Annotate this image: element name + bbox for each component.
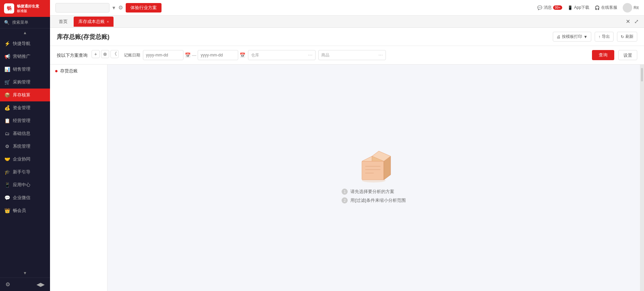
query-button[interactable]: 查询	[592, 50, 614, 60]
date-start-input[interactable]	[143, 50, 183, 60]
operations-icon: 📋	[4, 118, 10, 123]
topbar-search-area: ▼ ⚙	[55, 3, 123, 13]
filter-actions: + ⊗ 《	[92, 50, 119, 58]
search-menu-item[interactable]: 🔍 搜索菜单	[0, 17, 50, 28]
refresh-button[interactable]: ↻ 刷新	[617, 32, 637, 42]
scroll-up-arrow[interactable]: ▲	[22, 30, 28, 36]
empty-tips: 1 请先选择要分析的方案 2 用[过滤]条件来缩小分析范围	[342, 189, 405, 206]
tab-close-icon[interactable]: ×	[107, 20, 109, 24]
sidebar-item-system[interactable]: ⚙ 系统管理	[0, 140, 50, 153]
sidebar-bottom: ⚙ ◀▶	[0, 277, 50, 291]
sidebar-item-app-center[interactable]: 📱 应用中心	[0, 178, 50, 191]
topbar-right: 💬 消息 99+ 📱 App下载 🎧 在线客服 Rit	[537, 3, 639, 13]
message-item[interactable]: 💬 消息 99+	[537, 5, 562, 10]
topbar-gear-icon[interactable]: ⚙	[118, 4, 123, 11]
headset-icon: 🎧	[595, 5, 600, 10]
collapse-icon[interactable]: ◀▶	[36, 281, 45, 288]
tip-item-2: 2 用[过滤]条件来缩小分析范围	[342, 197, 405, 203]
print-button[interactable]: 🖨 按模板打印 ▼	[553, 32, 591, 42]
search-icon: 🔍	[4, 20, 9, 25]
sidebar-item-guide[interactable]: 🎓 新手引导	[0, 166, 50, 178]
base-info-icon: 🗂	[4, 131, 10, 136]
warehouse-select[interactable]: 仓库 ···	[248, 50, 316, 60]
sidebar-item-finance[interactable]: 💰 资金管理	[0, 101, 50, 114]
user-avatar-item[interactable]: Rit	[623, 3, 639, 13]
topbar: ▼ ⚙ 体验行业方案 💬 消息 99+ 📱 App下载 🎧 在线客服 Rit	[50, 0, 644, 16]
content-area: ● 存货总账	[50, 65, 644, 291]
sidebar-nav: ⚡ 快捷导航 📢 营销推广 📊 销售管理 🛒 采购管理 📦 库存核算 💰 资金管…	[0, 37, 50, 269]
sidebar-item-inventory[interactable]: 📦 库存核算	[0, 89, 50, 101]
sidebar-item-purchase[interactable]: 🛒 采购管理	[0, 76, 50, 89]
industry-solution-button[interactable]: 体验行业方案	[126, 3, 162, 13]
expand-panel-button[interactable]: ⤢	[633, 18, 640, 25]
settings-button[interactable]: 设置	[618, 50, 637, 60]
sales-icon: 📊	[4, 67, 10, 72]
right-handle[interactable]	[641, 68, 643, 81]
sidebar: 畅 畅捷通好生意 标准版 🔍 搜索菜单 ▲ ⚡ 快捷导航 📢 营销推广 📊 销售…	[0, 0, 50, 291]
calendar-end-icon[interactable]: 📅	[240, 52, 245, 58]
member-icon: 👑	[4, 208, 10, 213]
message-badge: 99+	[553, 5, 562, 10]
user-avatar	[623, 3, 632, 13]
tab-inventory-ledger[interactable]: 库存成本总账 ×	[74, 17, 114, 27]
export-button[interactable]: ↑ 导出	[595, 32, 614, 42]
page-header: 库存总账(存货总账) 🖨 按模板打印 ▼ ↑ 导出 ↻ 刷新	[50, 28, 644, 46]
online-support-item[interactable]: 🎧 在线客服	[595, 5, 617, 10]
filter-area: 按以下方案查询 + ⊗ 《 记账日期 📅 — 📅 仓库 ··· 商品 ···	[50, 46, 644, 65]
wechat-icon: 💬	[4, 195, 10, 200]
system-icon: ⚙	[4, 144, 10, 149]
tab-home[interactable]: 首页	[54, 17, 72, 27]
add-filter-button[interactable]: +	[92, 50, 100, 58]
app-center-icon: 📱	[4, 182, 10, 188]
topbar-dropdown-arrow[interactable]: ▼	[112, 5, 116, 10]
settings-icon[interactable]: ⚙	[5, 281, 10, 288]
guide-icon: 🎓	[4, 169, 10, 175]
finance-icon: 💰	[4, 105, 10, 111]
date-field-label: 记账日期	[124, 52, 140, 58]
scroll-up-area: ▲	[0, 28, 50, 37]
print-icon: 🖨	[556, 34, 561, 39]
empty-illustration	[353, 149, 394, 183]
scroll-down-area: ▼	[0, 269, 50, 277]
tip-num-1: 1	[342, 189, 348, 195]
sidebar-item-member[interactable]: 👑 畅会员	[0, 204, 50, 217]
export-icon: ↑	[598, 34, 600, 39]
calendar-start-icon[interactable]: 📅	[185, 52, 191, 58]
refresh-icon: ↻	[621, 34, 624, 39]
sidebar-item-enterprise[interactable]: 🤝 企业协同	[0, 153, 50, 166]
sidebar-item-quick-nav[interactable]: ⚡ 快捷导航	[0, 37, 50, 50]
print-dropdown-arrow[interactable]: ▼	[584, 34, 588, 39]
sidebar-item-base-info[interactable]: 🗂 基础信息	[0, 127, 50, 140]
left-panel-inventory-ledger[interactable]: ● 存货总账	[50, 65, 107, 77]
svg-rect-1	[362, 161, 384, 180]
inventory-icon: 📦	[4, 92, 10, 98]
goods-more-icon[interactable]: ···	[378, 52, 383, 58]
sidebar-item-operations[interactable]: 📋 经营管理	[0, 114, 50, 127]
app-download-item[interactable]: 📱 App下载	[568, 5, 589, 10]
date-end-input[interactable]	[198, 50, 238, 60]
warehouse-more-icon[interactable]: ···	[308, 52, 313, 58]
goods-select[interactable]: 商品 ···	[318, 50, 386, 60]
page-title: 库存总账(存货总账)	[57, 33, 109, 45]
user-name: Rit	[634, 5, 639, 10]
left-panel: ● 存货总账	[50, 65, 107, 291]
close-panel-button[interactable]: ✕	[624, 18, 631, 25]
sidebar-item-wechat[interactable]: 💬 企业微信	[0, 191, 50, 204]
collapse-filter-button[interactable]: 《	[110, 50, 119, 58]
logo-text: 畅捷通好生意 标准版	[17, 4, 39, 13]
page-header-actions: 🖨 按模板打印 ▼ ↑ 导出 ↻ 刷新	[553, 32, 637, 46]
topbar-search-input[interactable]	[55, 3, 109, 13]
empty-state: 1 请先选择要分析的方案 2 用[过滤]条件来缩小分析范围	[342, 149, 405, 206]
date-range-group: 📅 — 📅	[143, 50, 245, 60]
right-sidebar	[640, 65, 644, 291]
sidebar-item-sales[interactable]: 📊 销售管理	[0, 63, 50, 76]
inventory-ledger-icon: ●	[55, 68, 58, 74]
empty-box-svg	[353, 149, 394, 183]
remove-filter-button[interactable]: ⊗	[101, 50, 109, 58]
tip-num-2: 2	[342, 197, 348, 203]
filter-label: 按以下方案查询	[57, 50, 88, 58]
scroll-down-arrow[interactable]: ▼	[22, 270, 28, 276]
enterprise-icon: 🤝	[4, 156, 10, 162]
tabs-bar: 首页 库存成本总账 × ✕ ⤢	[50, 16, 644, 28]
sidebar-item-marketing[interactable]: 📢 营销推广	[0, 50, 50, 63]
